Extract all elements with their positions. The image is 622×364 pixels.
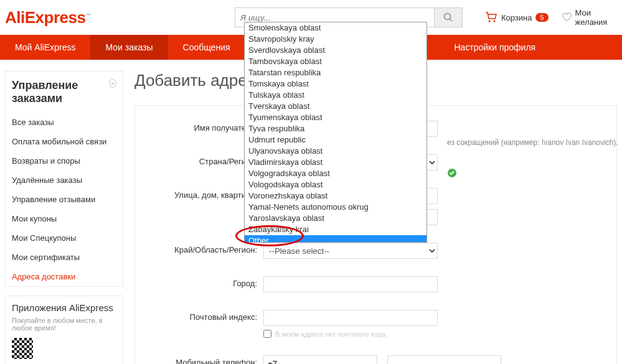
region-option[interactable]: Tyumenskaya oblast <box>245 112 426 123</box>
region-option[interactable]: Tatarstan respublika <box>245 67 426 78</box>
region-option[interactable]: Vladimirskaya oblast <box>245 157 426 168</box>
cart-label: Корзина <box>501 13 532 22</box>
region-option[interactable]: Stavropolskiy kray <box>245 34 426 45</box>
app-card-subtitle: Покупайте в любом месте, в любое время! <box>12 317 116 332</box>
label-zip: Почтовый индекс: <box>145 310 263 322</box>
tab-my-orders[interactable]: Мои заказы <box>90 35 167 60</box>
cart-count-badge: 5 <box>535 13 548 22</box>
country-valid-icon <box>447 168 457 180</box>
tab-messages[interactable]: Сообщения <box>168 35 245 60</box>
zip-field[interactable] <box>263 310 438 326</box>
tab-my-aliexpress[interactable]: Мой AliExpress <box>0 35 90 60</box>
region-option[interactable]: Tverskaya oblast <box>245 101 426 112</box>
wishlist-link[interactable]: Мои желания <box>562 8 617 27</box>
search-button[interactable] <box>434 7 463 27</box>
qr-code <box>12 338 33 359</box>
region-option[interactable]: Yaroslavskaya oblast <box>245 213 426 224</box>
svg-point-2 <box>488 21 490 22</box>
region-option[interactable]: Yamal-Nenets autonomous okrug <box>245 202 426 213</box>
label-city: Город: <box>145 276 263 288</box>
sidebar-item-all-orders[interactable]: Все заказы <box>6 113 123 132</box>
region-option[interactable]: Tambovskaya oblast <box>245 56 426 67</box>
region-option[interactable]: Sverdlovskaya oblast <box>245 45 426 56</box>
label-region: Край/Область/Регион: <box>145 243 263 254</box>
region-option[interactable]: Zabaykalsky krai <box>245 224 426 235</box>
search-icon <box>443 12 453 22</box>
label-phone: Мобильный телефон: <box>145 355 263 364</box>
sidebar-item-reviews[interactable]: Управление отзывами <box>6 190 123 209</box>
sidebar-item-mobile-payment[interactable]: Оплата мобильной связи <box>6 132 123 151</box>
cart-icon <box>485 12 497 23</box>
region-option[interactable]: Tulskaya oblast <box>245 90 426 101</box>
logo-text: AliExpress <box>5 8 85 27</box>
sidebar-item-returns[interactable]: Возвраты и споры <box>6 151 123 170</box>
no-zip-label: В моём адресе нет почтового кода. <box>275 330 387 338</box>
sidebar-item-special-coupons[interactable]: Мои Спецкупоны <box>6 228 123 248</box>
region-option[interactable]: Ulyanovskaya oblast <box>245 146 426 157</box>
region-option[interactable]: Volgogradskaya oblast <box>245 168 426 179</box>
region-option[interactable]: Smolenskaya oblast <box>245 22 426 34</box>
collapse-icon[interactable]: − <box>109 79 116 88</box>
region-dropdown-list[interactable]: Smolenskaya oblastStavropolskiy kraySver… <box>245 22 426 242</box>
region-option[interactable]: Vologodskaya oblast <box>245 179 426 190</box>
app-card-title: Приложения AliExpress <box>12 302 116 313</box>
region-option[interactable]: Voronezhskaya oblast <box>245 190 426 202</box>
trademark: ™ <box>85 12 90 18</box>
phone-dash: - <box>381 359 384 365</box>
region-option[interactable]: Tyva respublika <box>245 123 426 134</box>
sidebar-title: Управление заказами <box>12 79 109 105</box>
sidebar-item-deleted-orders[interactable]: Удалённые заказы <box>6 170 123 190</box>
svg-point-3 <box>493 21 495 22</box>
city-field[interactable] <box>263 276 438 292</box>
cart-link[interactable]: Корзина 5 <box>485 12 549 23</box>
sidebar-item-certificates[interactable]: Мои сертификаты <box>6 248 123 267</box>
region-option[interactable]: Other <box>245 235 426 242</box>
recipient-hint-right: ез сокращений (например: Ivanov Ivan Iva… <box>447 138 618 147</box>
svg-point-0 <box>444 14 450 20</box>
tab-profile-settings[interactable]: Настройки профиля <box>439 35 550 60</box>
sidebar-item-shipping-addresses[interactable]: Адреса доставки <box>6 267 123 286</box>
sidebar-item-coupons[interactable]: Мои купоны <box>6 209 123 228</box>
region-select[interactable]: --Please select-- <box>263 243 438 259</box>
region-option[interactable]: Tomskaya oblast <box>245 78 426 90</box>
svg-line-1 <box>450 19 452 22</box>
heart-icon <box>562 12 572 22</box>
phone-country-code[interactable] <box>263 355 377 364</box>
region-dropdown: Smolenskaya oblastStavropolskiy kraySver… <box>244 22 427 243</box>
no-zip-checkbox[interactable] <box>263 330 271 338</box>
region-option[interactable]: Udmurt republic <box>245 134 426 146</box>
phone-number-field[interactable] <box>387 355 501 364</box>
wishlist-label: Мои желания <box>575 8 617 27</box>
logo[interactable]: AliExpress™ <box>5 8 90 27</box>
